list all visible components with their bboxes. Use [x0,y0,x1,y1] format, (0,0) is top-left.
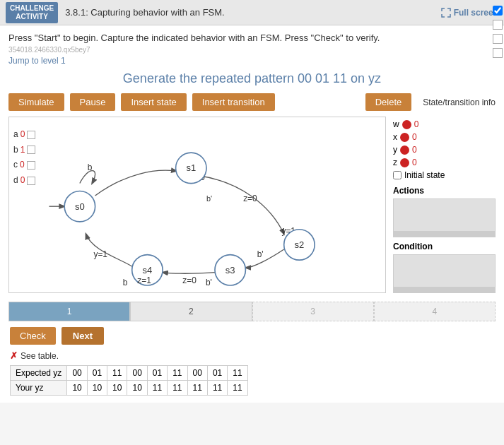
next-button[interactable]: Next [61,327,104,345]
dot-z [400,158,409,167]
svg-text:b': b' [206,194,212,203]
your-10-2: 10 [87,381,107,396]
jump-link[interactable]: Jump to level 1 [8,56,66,66]
main-content: Press "Start" to begin. Capture the indi… [0,25,504,403]
dot-y [400,146,409,155]
toolbar: Simulate Pause Insert state Insert trans… [8,93,496,111]
svg-text:b: b [123,278,128,287]
exp-11-1: 11 [107,366,127,381]
x-icon: ✗ [10,350,18,361]
exp-01-3: 01 [207,366,227,381]
challenge-badge: CHALLENGE ACTIVITY [6,2,58,23]
svg-text:s2: s2 [295,239,305,250]
actions-scrollbar[interactable] [394,231,495,237]
actions-label: Actions [393,186,496,196]
delete-button[interactable]: Delete [365,93,412,111]
initial-state-label: Initial state [404,170,445,180]
your-10-1: 10 [67,381,87,396]
io-panel: w 0 x 0 y 0 z [393,119,496,167]
expected-label: Expected yz [11,366,67,381]
progress-seg-2[interactable]: 2 [130,302,252,321]
content-area: a0 b1 c0 d0 b [8,117,496,293]
check-row: Check Next [10,327,494,345]
exp-00-1: 00 [67,366,87,381]
progress-bar: 1 2 3 4 [8,302,496,321]
table-row-your: Your yz 10 10 10 10 11 11 11 11 11 [11,381,248,396]
insert-state-button[interactable]: Insert state [121,93,186,111]
dot-w [402,120,411,129]
io-row-w: w 0 [393,119,496,129]
see-table-text: See table. [20,351,59,361]
simulate-button[interactable]: Simulate [8,93,64,111]
svg-text:y=1: y=1 [93,249,107,259]
svg-text:z=1: z=1 [137,275,151,285]
your-11-3: 11 [187,381,207,396]
side-checkbox-4[interactable] [493,48,503,58]
see-table-row: ✗ See table. [10,350,494,361]
header: CHALLENGE ACTIVITY 3.8.1: Capturing beha… [0,0,504,25]
io-row-y: y 0 [393,145,496,155]
result-table: Expected yz 00 01 11 00 01 11 00 01 11 Y… [10,365,248,396]
condition-label: Condition [393,242,496,251]
your-11-1: 11 [147,381,167,396]
progress-seg-3[interactable]: 3 [252,302,374,321]
your-11-5: 11 [228,381,247,396]
side-checkbox-2[interactable] [493,20,503,30]
svg-text:b: b [88,162,93,172]
table-row-expected: Expected yz 00 01 11 00 01 11 00 01 11 [11,366,248,381]
progress-seg-4[interactable]: 4 [374,302,496,321]
io-row-z: z 0 [393,158,496,167]
question-id: 354018.2466330.qx5bey7 [8,46,496,54]
actions-box [393,198,496,237]
generate-title: Generate the repeated pattern 00 01 11 o… [8,71,496,86]
pause-button[interactable]: Pause [70,93,116,111]
progress-seg-1[interactable]: 1 [8,302,130,321]
side-checkbox-1[interactable] [493,6,503,16]
state-trans-info-label: State/transition info [423,97,496,107]
exp-11-2: 11 [168,366,187,381]
your-label: Your yz [11,381,67,396]
io-row-x: x 0 [393,132,496,142]
svg-text:z=0: z=0 [182,275,197,285]
side-checkboxes [493,6,503,58]
exp-00-3: 00 [187,366,207,381]
right-panel-inner: Initial state Actions Condition [393,167,496,293]
dot-x [400,133,409,142]
svg-text:s1: s1 [186,162,196,173]
svg-text:b': b' [206,278,212,287]
exp-11-3: 11 [228,366,247,381]
initial-state-row: Initial state [393,170,496,180]
your-11-4: 11 [207,381,227,396]
instruction-text: Press "Start" to begin. Capture the indi… [8,32,496,43]
header-title: 3.8.1: Capturing behavior with an FSM. [65,7,440,18]
svg-text:z=0: z=0 [243,194,257,203]
condition-scrollbar[interactable] [394,287,495,292]
svg-text:s0: s0 [75,201,85,212]
svg-text:s4: s4 [143,265,153,275]
condition-box [393,254,496,293]
initial-state-checkbox[interactable] [393,171,402,179]
svg-text:b': b' [257,249,264,259]
your-10-4: 10 [127,381,147,396]
svg-text:s3: s3 [225,265,235,275]
exp-00-2: 00 [127,366,147,381]
check-button[interactable]: Check [10,327,56,345]
exp-01-2: 01 [147,366,167,381]
your-10-3: 10 [107,381,127,396]
right-panel: w 0 x 0 y 0 z [393,117,496,293]
exp-01-1: 01 [87,366,107,381]
diagram-area[interactable]: a0 b1 c0 d0 b [8,117,386,293]
insert-transition-button[interactable]: Insert transition [192,93,275,111]
your-11-2: 11 [168,381,187,396]
fullscreen-button[interactable]: Full screen [441,8,498,18]
fsm-diagram: b z=0 b' b' y=1 z=0 [9,117,385,292]
side-checkbox-3[interactable] [493,34,503,44]
bottom-area: Check Next ✗ See table. Expected yz 00 0… [8,327,496,396]
